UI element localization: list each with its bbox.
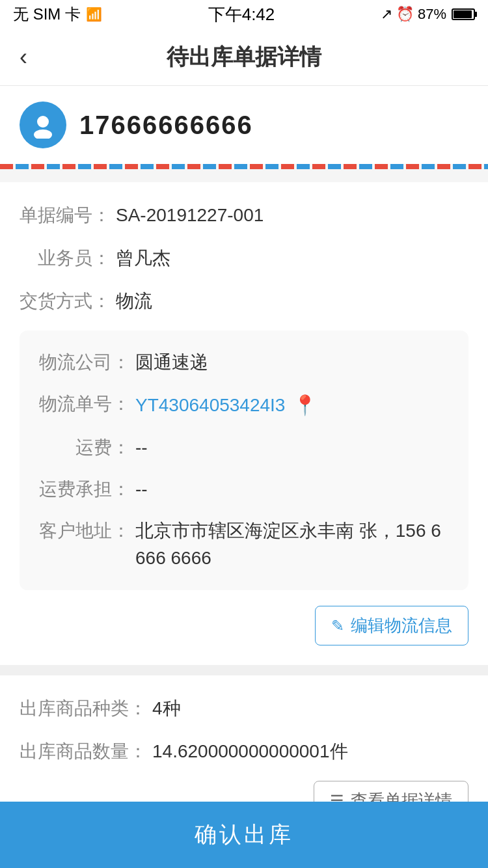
battery-percent: 87% bbox=[418, 6, 446, 23]
battery-icon bbox=[452, 8, 475, 20]
address-label: 客户地址： bbox=[39, 517, 130, 545]
back-button[interactable]: ‹ bbox=[20, 44, 27, 71]
freight-bearer-label: 运费承担： bbox=[39, 476, 130, 503]
goods-quantity-label: 出库商品数量： bbox=[20, 738, 147, 765]
carrier-label: 无 SIM 卡 bbox=[13, 4, 81, 25]
map-pin-icon[interactable]: 📍 bbox=[293, 390, 317, 420]
goods-quantity-value: 14.620000000000001件 bbox=[152, 738, 468, 765]
alarm-icon: ⏰ bbox=[396, 6, 414, 23]
sales-person-row: 业务员： 曾凡杰 bbox=[20, 245, 468, 272]
order-info-section: 单据编号： SA-20191227-001 业务员： 曾凡杰 交货方式： 物流 … bbox=[0, 182, 488, 665]
goods-types-row: 出库商品种类： 4种 bbox=[20, 695, 468, 722]
edit-logistics-label: 编辑物流信息 bbox=[351, 614, 452, 637]
delivery-method-row: 交货方式： 物流 bbox=[20, 288, 468, 315]
tracking-number-value: YT43064053424I3 📍 bbox=[135, 390, 449, 420]
sales-person-label: 业务员： bbox=[20, 245, 111, 272]
edit-icon: ✎ bbox=[331, 617, 344, 635]
confirm-outbound-label: 确认出库 bbox=[195, 822, 293, 847]
freight-bearer-value: -- bbox=[135, 476, 449, 503]
status-right: ↗ ⏰ 87% bbox=[381, 6, 475, 23]
freight-label: 运费： bbox=[39, 434, 130, 461]
freight-row: 运费： -- bbox=[39, 434, 449, 461]
goods-types-value: 4种 bbox=[152, 695, 468, 722]
goods-quantity-row: 出库商品数量： 14.620000000000001件 bbox=[20, 738, 468, 765]
delivery-method-label: 交货方式： bbox=[20, 288, 111, 315]
location-status-icon: ↗ bbox=[381, 6, 392, 23]
status-time: 下午4:42 bbox=[208, 3, 275, 26]
logistics-card: 物流公司： 圆通速递 物流单号： YT43064053424I3 📍 运费： -… bbox=[20, 331, 468, 590]
section-divider bbox=[0, 665, 488, 675]
status-left: 无 SIM 卡 📶 bbox=[13, 4, 102, 25]
tracking-number-row: 物流单号： YT43064053424I3 📍 bbox=[39, 390, 449, 420]
avatar bbox=[20, 102, 66, 148]
user-header: 17666666666 bbox=[0, 86, 488, 164]
deco-divider bbox=[0, 164, 488, 169]
freight-value: -- bbox=[135, 434, 449, 461]
svg-point-0 bbox=[37, 116, 49, 128]
freight-bearer-row: 运费承担： -- bbox=[39, 476, 449, 503]
wifi-icon: 📶 bbox=[86, 7, 102, 22]
page-title: 待出库单据详情 bbox=[167, 42, 321, 72]
logistics-company-row: 物流公司： 圆通速递 bbox=[39, 349, 449, 376]
svg-point-1 bbox=[34, 129, 52, 139]
tracking-number-label: 物流单号： bbox=[39, 390, 130, 418]
edit-logistics-btn-wrap: ✎ 编辑物流信息 bbox=[20, 606, 468, 645]
logistics-company-label: 物流公司： bbox=[39, 349, 130, 376]
address-value: 北京市市辖区海淀区永丰南 张，156 6666 6666 bbox=[135, 517, 449, 572]
order-number-label: 单据编号： bbox=[20, 202, 111, 229]
sales-person-value: 曾凡杰 bbox=[116, 245, 468, 272]
order-number-row: 单据编号： SA-20191227-001 bbox=[20, 202, 468, 229]
order-number-value: SA-20191227-001 bbox=[116, 202, 468, 229]
edit-logistics-button[interactable]: ✎ 编辑物流信息 bbox=[315, 606, 468, 645]
address-row: 客户地址： 北京市市辖区海淀区永丰南 张，156 6666 6666 bbox=[39, 517, 449, 572]
goods-types-label: 出库商品种类： bbox=[20, 695, 147, 722]
delivery-method-value: 物流 bbox=[116, 288, 468, 315]
user-phone: 17666666666 bbox=[79, 111, 253, 140]
confirm-outbound-button[interactable]: 确认出库 bbox=[0, 802, 488, 868]
status-bar: 无 SIM 卡 📶 下午4:42 ↗ ⏰ 87% bbox=[0, 0, 488, 29]
logistics-company-value: 圆通速递 bbox=[135, 349, 449, 376]
nav-bar: ‹ 待出库单据详情 bbox=[0, 29, 488, 86]
